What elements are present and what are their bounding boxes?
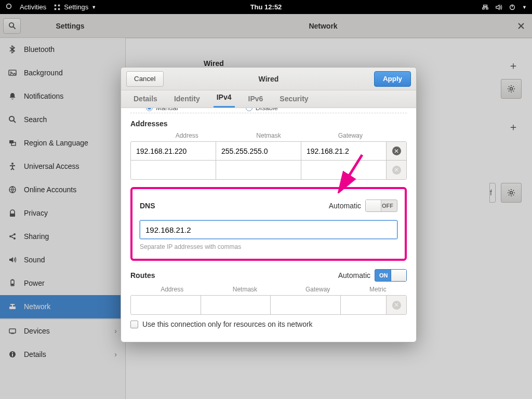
routes-automatic-label: Automatic — [338, 271, 370, 280]
dialog-tabs: Details Identity IPv4 IPv6 Security — [121, 90, 416, 108]
ipv4-panel: Manual Disable Addresses Address Netmask… — [121, 108, 416, 342]
svg-line-30 — [341, 155, 362, 188]
netmask-input[interactable] — [216, 142, 301, 160]
apply-button[interactable]: Apply — [374, 71, 411, 87]
activities-button[interactable] — [5, 3, 12, 11]
gnome-top-bar: Activities Settings ▼ Thu 12:52 ▼ — [0, 0, 532, 14]
dns-title: DNS — [140, 202, 155, 210]
tab-ipv4[interactable]: IPv4 — [214, 89, 235, 108]
dns-highlight-box: DNS Automatic OFF Separate IP addresses … — [130, 187, 407, 261]
dns-input[interactable] — [140, 220, 397, 239]
dialog-title: Wired — [259, 75, 279, 83]
route-gateway-input[interactable] — [271, 296, 340, 314]
radio-disable[interactable]: Disable — [246, 108, 278, 112]
dns-title-row: DNS Automatic OFF — [140, 200, 397, 212]
network-icon — [482, 4, 489, 11]
route-metric-input[interactable] — [341, 296, 386, 314]
address-delete-button[interactable]: ✕ — [387, 142, 406, 160]
system-status-area[interactable]: ▼ — [482, 4, 527, 11]
radio-manual[interactable]: Manual — [146, 108, 178, 112]
netmask-input[interactable] — [216, 161, 301, 179]
wired-connection-dialog: Cancel Wired Apply Details Identity IPv4… — [121, 67, 417, 342]
address-input[interactable] — [131, 142, 216, 160]
power-icon — [509, 4, 516, 11]
route-netmask-input[interactable] — [201, 296, 271, 314]
address-delete-button[interactable]: ✕ — [387, 161, 406, 179]
address-input[interactable] — [131, 161, 216, 179]
delete-icon: ✕ — [392, 147, 401, 155]
clock[interactable]: Thu 12:52 — [250, 3, 282, 11]
dns-automatic-label: Automatic — [329, 202, 361, 210]
delete-icon: ✕ — [392, 301, 401, 310]
routes-title-row: Routes Automatic ON — [130, 269, 407, 282]
svg-point-0 — [7, 4, 11, 9]
route-row: ✕ — [131, 296, 406, 314]
annotation-arrow — [335, 152, 366, 193]
routes-automatic-toggle[interactable]: ON — [375, 269, 407, 282]
route-delete-button[interactable]: ✕ — [387, 296, 406, 314]
local-only-checkbox[interactable]: Use this connection only for resources o… — [130, 320, 407, 328]
checkbox-icon — [130, 321, 138, 328]
delete-icon: ✕ — [392, 166, 401, 175]
activities-label[interactable]: Activities — [20, 3, 46, 11]
addresses-title: Addresses — [130, 119, 407, 128]
routes-header: Address Netmask Gateway Metric — [130, 286, 407, 295]
addresses-header: Address Netmask Gateway — [130, 132, 407, 141]
volume-icon — [495, 4, 502, 11]
dns-hint: Separate IP addresses with commas — [140, 243, 397, 250]
tab-identity[interactable]: Identity — [171, 90, 203, 108]
routes-title: Routes — [130, 271, 155, 280]
tab-ipv6[interactable]: IPv6 — [245, 90, 267, 108]
dns-automatic-toggle[interactable]: OFF — [365, 200, 397, 212]
dialog-header: Cancel Wired Apply — [121, 68, 416, 90]
tab-security[interactable]: Security — [276, 90, 311, 108]
app-menu[interactable]: Settings ▼ — [54, 3, 96, 11]
cancel-button[interactable]: Cancel — [126, 71, 164, 87]
route-address-input[interactable] — [131, 296, 201, 314]
routes-table: ✕ — [130, 295, 407, 315]
tab-details[interactable]: Details — [130, 90, 161, 108]
